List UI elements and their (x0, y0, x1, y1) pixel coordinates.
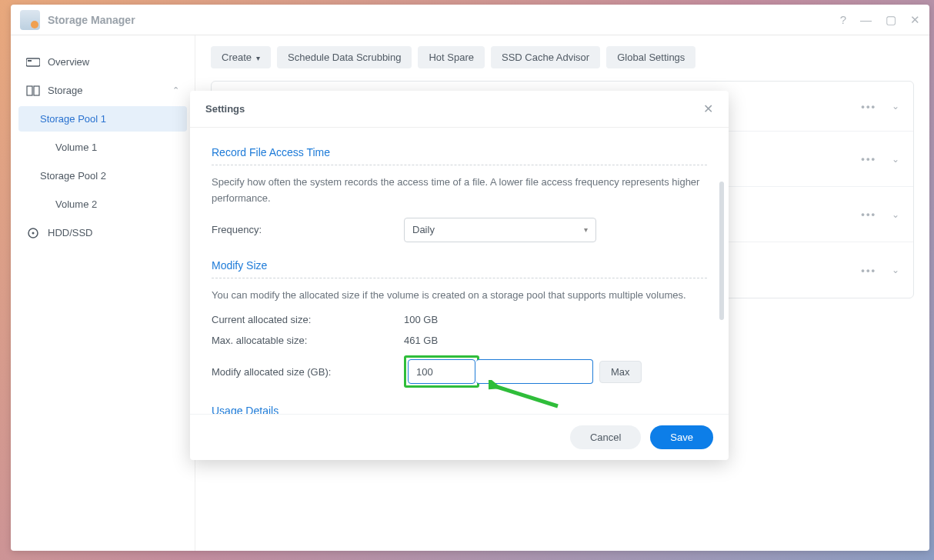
modify-size-input[interactable] (408, 359, 475, 384)
sidebar: Overview Storage ⌃ Storage Pool 1 Volume… (11, 35, 195, 551)
sidebar-label-pool1: Storage Pool 1 (40, 113, 106, 125)
section-title-usage-details: Usage Details (212, 405, 707, 414)
svg-rect-1 (28, 60, 32, 62)
sidebar-label-vol1: Volume 1 (55, 142, 97, 153)
chevron-down-icon[interactable]: ⌄ (892, 101, 899, 112)
sidebar-label-pool2: Storage Pool 2 (40, 170, 106, 182)
max-size-label: Max. allocatable size: (212, 335, 404, 346)
scrollbar[interactable] (719, 182, 724, 320)
close-window-icon[interactable]: ✕ (910, 13, 920, 27)
svg-rect-0 (26, 58, 40, 66)
global-settings-button[interactable]: Global Settings (606, 46, 695, 68)
chevron-down-icon[interactable]: ⌄ (892, 209, 899, 220)
overview-icon (26, 57, 40, 68)
sidebar-item-volume-2[interactable]: Volume 2 (18, 192, 187, 217)
more-actions-icon[interactable]: ••• (861, 208, 876, 220)
more-actions-icon[interactable]: ••• (861, 101, 876, 112)
maximize-icon[interactable]: ▢ (886, 13, 896, 27)
more-actions-icon[interactable]: ••• (861, 265, 876, 276)
current-size-row: Current allocated size: 100 GB (212, 314, 707, 325)
svg-rect-3 (34, 86, 39, 95)
chevron-down-icon[interactable]: ⌄ (892, 154, 899, 165)
more-actions-icon[interactable]: ••• (861, 153, 876, 165)
caret-down-icon: ▾ (256, 54, 260, 62)
svg-point-5 (32, 232, 35, 234)
section-title-record-access-time: Record File Access Time (212, 146, 707, 165)
chevron-up-icon[interactable]: ⌃ (172, 85, 179, 95)
chevron-down-icon[interactable]: ⌄ (892, 265, 899, 275)
sidebar-item-overview[interactable]: Overview (18, 49, 187, 75)
section-desc: Specify how often the system records the… (212, 175, 707, 207)
svg-rect-2 (27, 86, 32, 95)
modal-title: Settings (205, 103, 703, 115)
app-icon (20, 10, 40, 30)
sidebar-label-storage: Storage (48, 85, 83, 96)
max-size-value: 461 GB (404, 335, 438, 346)
sidebar-item-storage-pool-2[interactable]: Storage Pool 2 (18, 163, 187, 188)
sidebar-label-vol2: Volume 2 (55, 198, 97, 210)
hot-spare-button[interactable]: Hot Spare (418, 46, 485, 68)
section-desc: You can modify the allocated size if the… (212, 288, 707, 304)
max-button[interactable]: Max (599, 361, 642, 383)
storage-icon (26, 85, 40, 96)
cancel-button[interactable]: Cancel (570, 425, 641, 449)
sidebar-item-storage-pool-1[interactable]: Storage Pool 1 (18, 106, 187, 132)
frequency-value: Daily (412, 224, 435, 235)
create-button[interactable]: Create▾ (211, 46, 271, 68)
window-controls: ? — ▢ ✕ (840, 13, 920, 27)
modal-header: Settings ✕ (190, 91, 729, 128)
frequency-row: Frequency: Daily ▾ (212, 218, 707, 242)
hdd-icon (26, 228, 40, 238)
create-label: Create (222, 52, 252, 63)
current-size-value: 100 GB (404, 314, 438, 325)
modify-size-input-extension[interactable] (476, 359, 593, 384)
max-size-row: Max. allocatable size: 461 GB (212, 335, 707, 346)
modify-size-label: Modify allocated size (GB): (212, 366, 404, 378)
titlebar: Storage Manager ? — ▢ ✕ (11, 5, 929, 35)
dropdown-caret-icon: ▾ (584, 225, 588, 234)
sidebar-item-volume-1[interactable]: Volume 1 (18, 135, 187, 160)
schedule-scrubbing-button[interactable]: Schedule Data Scrubbing (277, 46, 412, 68)
frequency-select[interactable]: Daily ▾ (404, 218, 596, 242)
help-icon[interactable]: ? (840, 13, 846, 26)
modal-body: Record File Access Time Specify how ofte… (190, 128, 729, 414)
ssd-cache-advisor-button[interactable]: SSD Cache Advisor (491, 46, 600, 68)
frequency-label: Frequency: (212, 224, 404, 235)
annotation-highlight (404, 355, 479, 388)
sidebar-label-hdd: HDD/SSD (48, 227, 93, 238)
app-title: Storage Manager (48, 14, 840, 26)
sidebar-label-overview: Overview (48, 56, 89, 68)
close-icon[interactable]: ✕ (703, 102, 713, 116)
minimize-icon[interactable]: — (860, 13, 872, 26)
sidebar-item-storage[interactable]: Storage ⌃ (18, 78, 187, 103)
modify-size-row: Modify allocated size (GB): Max (212, 355, 707, 388)
section-title-modify-size: Modify Size (212, 259, 707, 278)
sidebar-item-hdd-ssd[interactable]: HDD/SSD (18, 220, 187, 245)
current-size-label: Current allocated size: (212, 314, 404, 325)
toolbar: Create▾ Schedule Data Scrubbing Hot Spar… (211, 46, 914, 68)
settings-modal: Settings ✕ Record File Access Time Speci… (190, 91, 729, 460)
save-button[interactable]: Save (650, 425, 713, 449)
modal-footer: Cancel Save (190, 414, 729, 460)
